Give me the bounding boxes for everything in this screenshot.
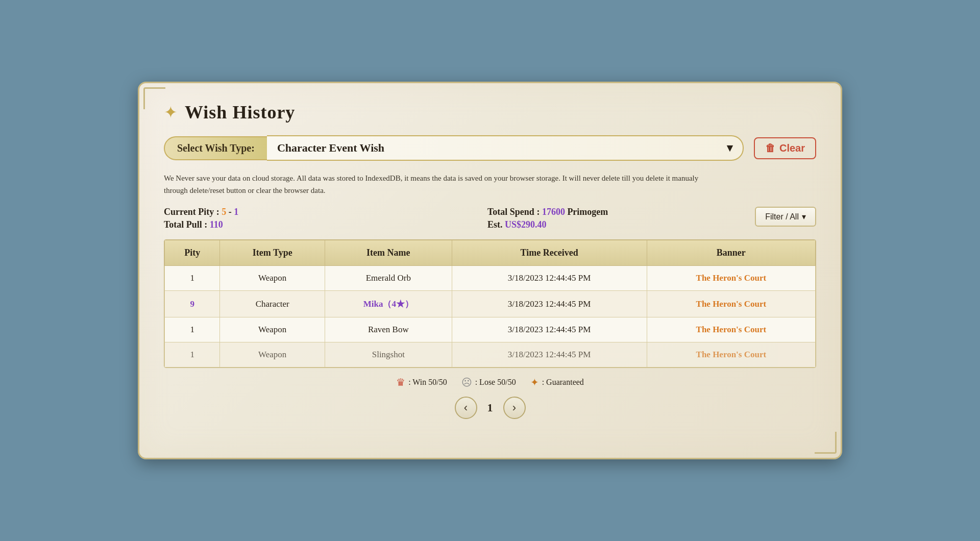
next-page-button[interactable]: › [503,397,526,419]
col-item-name: Item Name [325,240,452,266]
win-label: : Win 50/50 [408,378,447,387]
cell-pity: 9 [165,291,220,317]
total-pull-value: 110 [210,219,223,230]
legend-row: ♛ : Win 50/50 ☹ : Lose 50/50 ✦ : Guarant… [164,376,816,388]
pity-value2: 1 [234,207,238,217]
filter-button[interactable]: Filter / All ▾ [755,207,816,227]
cell-pity: 1 [165,266,220,291]
sparkle-icon: ✦ [164,103,178,122]
sad-icon: ☹ [461,376,472,388]
wish-type-label: Select Wish Type: [164,136,267,160]
cell-item-type: Character [220,291,325,317]
total-spend-unit: Primogem [567,207,608,217]
clear-button[interactable]: 🗑 Clear [754,137,816,159]
cell-time: 3/18/2023 12:44:45 PM [452,317,647,342]
star-icon: ✦ [530,376,539,388]
cell-item-name: Slingshot [325,342,452,367]
stats-center: Total Spend : 17600 Primogem Est. US$290… [487,207,608,230]
title-row: ✦ Wish History [164,102,816,123]
crown-icon: ♛ [396,376,405,388]
wish-type-value: Character Event Wish [277,141,384,155]
wish-type-dropdown[interactable]: Character Event Wish ▾ [267,135,744,161]
cell-item-type: Weapon [220,317,325,342]
cell-time: 3/18/2023 12:44:45 PM [452,342,647,367]
legend-win: ♛ : Win 50/50 [396,376,447,388]
cell-banner: The Heron's Court [647,317,815,342]
est-line: Est. US$290.40 [487,219,608,230]
chevron-down-icon: ▾ [727,141,732,155]
cell-item-name: Mika（4★） [325,291,452,317]
filter-chevron-icon: ▾ [802,212,806,222]
table-row: 1WeaponSlingshot3/18/2023 12:44:45 PMThe… [165,342,816,367]
wish-history-panel: ✦ Wish History Select Wish Type: Charact… [138,82,842,459]
guaranteed-label: : Guaranteed [542,378,584,387]
col-item-type: Item Type [220,240,325,266]
cell-pity: 1 [165,317,220,342]
total-pull-line: Total Pull : 110 [164,219,238,230]
filter-container: Filter / All ▾ [755,207,816,227]
info-text: We Never save your data on cloud storage… [164,172,700,196]
filter-label: Filter / All [765,212,799,222]
cell-pity: 1 [165,342,220,367]
est-value: US$290.40 [505,219,547,230]
cell-banner: The Heron's Court [647,342,815,367]
page-title: Wish History [185,102,295,123]
col-pity: Pity [165,240,220,266]
total-spend-line: Total Spend : 17600 Primogem [487,207,608,217]
col-time-received: Time Received [452,240,647,266]
cell-time: 3/18/2023 12:44:45 PM [452,266,647,291]
pagination: ‹ 1 › [164,397,816,419]
total-spend-value: 17600 [542,207,565,217]
table-header-row: Pity Item Type Item Name Time Received B… [165,240,816,266]
table-row: 1WeaponRaven Bow3/18/2023 12:44:45 PMThe… [165,317,816,342]
cell-time: 3/18/2023 12:44:45 PM [452,291,647,317]
trash-icon: 🗑 [765,142,775,154]
wish-table-container: Pity Item Type Item Name Time Received B… [164,239,816,368]
stats-row: Current Pity : 5 - 1 Total Pull : 110 To… [164,207,816,230]
pity-value1: 5 [222,207,226,217]
cell-item-name: Emerald Orb [325,266,452,291]
cell-banner: The Heron's Court [647,266,815,291]
lose-label: : Lose 50/50 [475,378,516,387]
cell-banner: The Heron's Court [647,291,815,317]
stats-left: Current Pity : 5 - 1 Total Pull : 110 [164,207,238,230]
prev-page-button[interactable]: ‹ [455,397,477,419]
wish-type-row: Select Wish Type: Character Event Wish ▾… [164,135,816,161]
current-pity-line: Current Pity : 5 - 1 [164,207,238,217]
cell-item-type: Weapon [220,266,325,291]
col-banner: Banner [647,240,815,266]
legend-guaranteed: ✦ : Guaranteed [530,376,584,388]
cell-item-type: Weapon [220,342,325,367]
table-row: 9CharacterMika（4★）3/18/2023 12:44:45 PMT… [165,291,816,317]
page-number: 1 [487,401,493,414]
table-row: 1WeaponEmerald Orb3/18/2023 12:44:45 PMT… [165,266,816,291]
legend-lose: ☹ : Lose 50/50 [461,376,516,388]
wish-table: Pity Item Type Item Name Time Received B… [164,240,816,367]
clear-label: Clear [779,142,805,154]
cell-item-name: Raven Bow [325,317,452,342]
